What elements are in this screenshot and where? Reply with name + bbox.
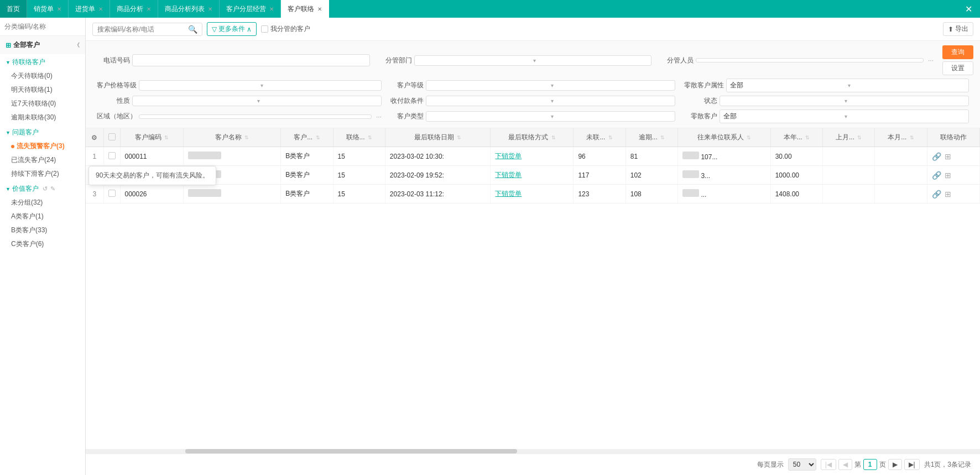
sidebar-item-a-class[interactable]: A类客户(1) <box>0 210 85 223</box>
customer-level-arrow: ▾ <box>551 82 672 88</box>
customer-type-select[interactable]: ▾ <box>426 111 675 122</box>
next-page-button[interactable]: ▶ <box>888 459 902 470</box>
th-overdue[interactable]: 逾期... ⇅ <box>625 128 677 147</box>
action-grid-icon-2[interactable]: ⊞ <box>945 190 951 199</box>
th-contact-person[interactable]: 往来单位联系人 ⇅ <box>678 128 771 147</box>
status-select[interactable]: ▾ <box>720 96 969 106</box>
th-checkbox[interactable] <box>103 128 120 147</box>
settings-button[interactable]: 设置 <box>942 61 973 75</box>
filter-more-button[interactable]: ▽ 更多条件 ∧ <box>207 22 257 36</box>
tab-sales[interactable]: 销货单 ✕ <box>27 0 69 18</box>
th-last-month[interactable]: 上月... ⇅ <box>822 128 874 147</box>
select-all-checkbox[interactable] <box>108 133 116 140</box>
per-page-select[interactable]: 50 100 200 <box>788 458 816 471</box>
scrollbar-thumb[interactable] <box>185 449 517 453</box>
sidebar-all-customers[interactable]: ⊞ 全部客户 《 <box>0 36 85 54</box>
customer-type-label: 客户类型 <box>390 112 424 121</box>
customer-level-select[interactable]: ▾ <box>426 80 675 91</box>
sidebar-group-problem[interactable]: ▼ 问题客户 <box>0 124 85 139</box>
last-page-button[interactable]: ▶| <box>904 459 920 470</box>
sidebar-search-input[interactable] <box>4 23 86 30</box>
main-search-icon[interactable]: 🔍 <box>188 25 197 34</box>
sidebar-item-tomorrow[interactable]: 明天待联络(1) <box>0 83 85 97</box>
action-grid-icon-1[interactable]: ⊞ <box>945 171 951 180</box>
cell-action[interactable]: 🔗 ⊞ <box>927 147 979 166</box>
tab-product-analysis-close[interactable]: ✕ <box>147 6 151 12</box>
th-last-method[interactable]: 最后联络方式 ⇅ <box>491 128 574 147</box>
action-link-icon-0[interactable]: 🔗 <box>932 152 941 161</box>
sidebar-group-pending[interactable]: ▼ 待联络客户 <box>0 54 85 69</box>
zero-attr-select[interactable]: 全部 ▾ <box>726 79 969 92</box>
th-no-contact[interactable]: 未联... ⇅ <box>574 128 625 147</box>
sidebar-item-c-class[interactable]: C类客户(6) <box>0 237 85 251</box>
tab-product-analysis[interactable]: 商品分析 ✕ <box>110 0 158 18</box>
action-link-icon-1[interactable]: 🔗 <box>932 171 941 180</box>
th-contact[interactable]: 联络... ⇅ <box>333 128 385 147</box>
last-method-link-1[interactable]: 下销货单 <box>495 171 522 179</box>
price-level-select[interactable]: ▾ <box>139 80 382 91</box>
payment-select[interactable]: ▾ <box>426 96 675 106</box>
dept-select[interactable]: ▾ <box>414 55 652 66</box>
tab-sales-close[interactable]: ✕ <box>57 6 61 12</box>
cell-checkbox[interactable] <box>103 147 120 166</box>
content-area: 🔍 ▽ 更多条件 ∧ 我分管的客户 ⬆ 导出 电话号码 <box>86 18 980 475</box>
sidebar-item-unclassified[interactable]: 未分组(32) <box>0 196 85 210</box>
action-link-icon-2[interactable]: 🔗 <box>932 190 941 199</box>
zero-customer-select[interactable]: 全部 ▾ <box>720 109 969 123</box>
action-grid-icon-0[interactable]: ⊞ <box>945 152 951 161</box>
th-type[interactable]: 客户... ⇅ <box>281 128 333 147</box>
tab-customer-contact[interactable]: 客户联络 ✕ <box>281 0 329 18</box>
th-this-month[interactable]: 本月... ⇅ <box>875 128 927 147</box>
last-method-link-2[interactable]: 下销货单 <box>495 190 522 197</box>
tab-product-analysis-list[interactable]: 商品分析列表 ✕ <box>158 0 220 18</box>
cell-last-method[interactable]: 下销货单 <box>491 166 574 185</box>
person-select[interactable] <box>696 58 924 62</box>
th-last-date[interactable]: 最后联络日期 ⇅ <box>385 128 491 147</box>
sidebar-item-b-class[interactable]: B类客户(33) <box>0 223 85 237</box>
tab-customer-layer[interactable]: 客户分层经营 ✕ <box>220 0 281 18</box>
my-customer-checkbox-area[interactable]: 我分管的客户 <box>261 24 310 34</box>
query-button[interactable]: 查询 <box>942 45 973 59</box>
my-customer-checkbox[interactable] <box>261 25 268 33</box>
tab-purchase-close[interactable]: ✕ <box>98 6 103 12</box>
phone-input[interactable] <box>132 54 370 66</box>
value-group-edit-icon[interactable]: ✎ <box>50 185 55 192</box>
cell-last-method[interactable]: 下销货单 <box>491 185 574 203</box>
tab-home[interactable]: 首页 <box>0 0 27 18</box>
first-page-button[interactable]: |◀ <box>821 459 836 470</box>
prev-page-button[interactable]: ◀ <box>838 459 852 470</box>
tab-customer-layer-close[interactable]: ✕ <box>269 6 274 12</box>
main-search-box[interactable]: 🔍 <box>92 23 202 36</box>
th-this-year[interactable]: 本年... ⇅ <box>770 128 822 147</box>
region-dots-icon[interactable]: ··· <box>376 113 382 121</box>
export-button[interactable]: ⬆ 导出 <box>943 22 973 36</box>
horizontal-scrollbar[interactable] <box>86 449 980 453</box>
cell-checkbox[interactable] <box>103 185 120 203</box>
sidebar-item-churned[interactable]: 已流失客户(24) <box>0 153 85 167</box>
sidebar-item-churn-warning[interactable]: 流失预警客户(3) <box>0 139 85 153</box>
sidebar-item-week[interactable]: 近7天待联络(0) <box>0 97 85 111</box>
row-checkbox-0[interactable] <box>108 152 116 159</box>
th-gear[interactable]: ⚙ <box>86 128 103 147</box>
tab-purchase[interactable]: 进货单 ✕ <box>69 0 110 18</box>
th-name[interactable]: 客户名称 ⇅ <box>184 128 281 147</box>
app-close-button[interactable]: ✕ <box>962 4 976 14</box>
tab-customer-contact-close[interactable]: ✕ <box>317 6 322 12</box>
value-group-refresh-icon[interactable]: ↺ <box>43 185 48 192</box>
sidebar-item-today[interactable]: 今天待联络(0) <box>0 69 85 83</box>
cell-action[interactable]: 🔗 ⊞ <box>927 185 979 203</box>
nature-select[interactable]: ▾ <box>132 96 382 106</box>
tab-product-analysis-list-close[interactable]: ✕ <box>208 6 212 12</box>
row-checkbox-2[interactable] <box>108 190 116 197</box>
person-dots-icon[interactable]: ··· <box>928 56 934 64</box>
cell-last-method[interactable]: 下销货单 <box>491 147 574 166</box>
sidebar-item-overdue[interactable]: 逾期未联络(30) <box>0 111 85 124</box>
last-method-link-0[interactable]: 下销货单 <box>495 152 522 160</box>
sidebar-item-declining[interactable]: 持续下滑客户(2) <box>0 167 85 181</box>
main-search-input[interactable] <box>97 25 186 33</box>
sidebar-search-box[interactable]: 🔍 <box>0 18 85 36</box>
th-code[interactable]: 客户编码 ⇅ <box>120 128 184 147</box>
sidebar-group-value[interactable]: ▼ 价值客户 ↺ ✎ <box>0 181 85 196</box>
region-select[interactable] <box>139 114 372 119</box>
cell-action[interactable]: 🔗 ⊞ <box>927 166 979 185</box>
